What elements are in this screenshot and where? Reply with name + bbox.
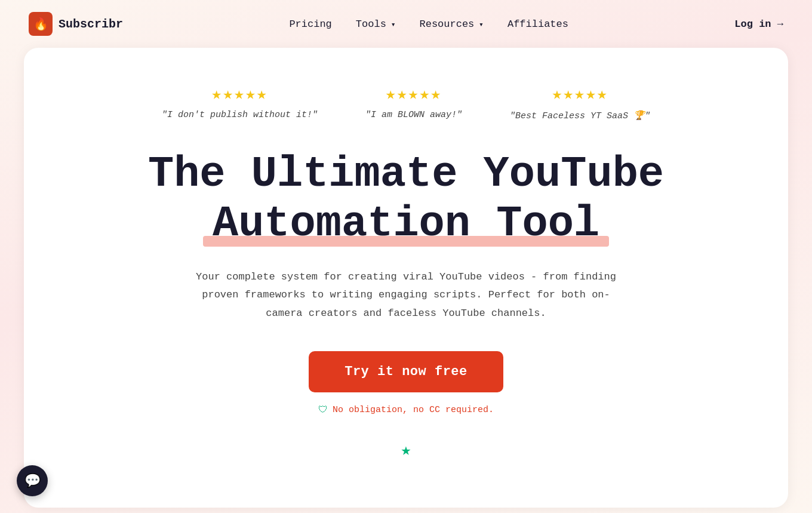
cta-button[interactable]: Try it now free: [309, 351, 503, 392]
no-cc-row: 🛡 No obligation, no CC required.: [318, 404, 494, 416]
review-2: ★★★★★ "I am BLOWN away!": [365, 84, 462, 121]
nav-resources[interactable]: Resources: [419, 19, 483, 30]
chat-bubble-button[interactable]: 💬: [17, 465, 48, 496]
logo-link[interactable]: 🔥 Subscribr: [29, 12, 123, 36]
headline-line1: The Ultimate YouTube: [148, 150, 664, 199]
stars-2: ★★★★★: [386, 84, 442, 104]
quote-3: "Best Faceless YT SaaS 🏆": [510, 110, 650, 121]
main-content: ★★★★★ "I don't publish without it!" ★★★★…: [24, 48, 788, 508]
nav-tools[interactable]: Tools: [356, 19, 396, 30]
shield-icon: 🛡: [318, 404, 328, 416]
headline-line2: Automation Tool: [48, 199, 764, 249]
cta-section: Try it now free 🛡 No obligation, no CC r…: [48, 351, 764, 416]
quote-2: "I am BLOWN away!": [365, 110, 462, 120]
quote-1: "I don't publish without it!": [162, 110, 318, 120]
no-cc-text: No obligation, no CC required.: [333, 405, 494, 415]
logo-icon: 🔥: [29, 12, 53, 36]
reviews-row: ★★★★★ "I don't publish without it!" ★★★★…: [48, 84, 764, 121]
review-3: ★★★★★ "Best Faceless YT SaaS 🏆": [510, 84, 650, 121]
trustpilot-peek: ★: [48, 440, 764, 460]
nav-affiliates[interactable]: Affiliates: [508, 19, 568, 30]
main-heading: The Ultimate YouTube Automation Tool: [48, 150, 764, 249]
nav-links: Pricing Tools Resources Affiliates: [289, 19, 568, 30]
chat-icon: 💬: [24, 473, 41, 489]
stars-1: ★★★★★: [211, 84, 267, 104]
nav-pricing[interactable]: Pricing: [289, 19, 331, 30]
login-link[interactable]: Log in →: [734, 19, 783, 30]
logo-text: Subscribr: [59, 17, 123, 31]
navbar: 🔥 Subscribr Pricing Tools Resources Affi…: [0, 0, 812, 48]
review-1: ★★★★★ "I don't publish without it!": [162, 84, 318, 121]
headline: The Ultimate YouTube Automation Tool: [48, 150, 764, 249]
subtitle-text: Your complete system for creating viral …: [185, 268, 627, 323]
stars-3: ★★★★★: [552, 84, 608, 104]
trustpilot-star: ★: [401, 440, 411, 460]
